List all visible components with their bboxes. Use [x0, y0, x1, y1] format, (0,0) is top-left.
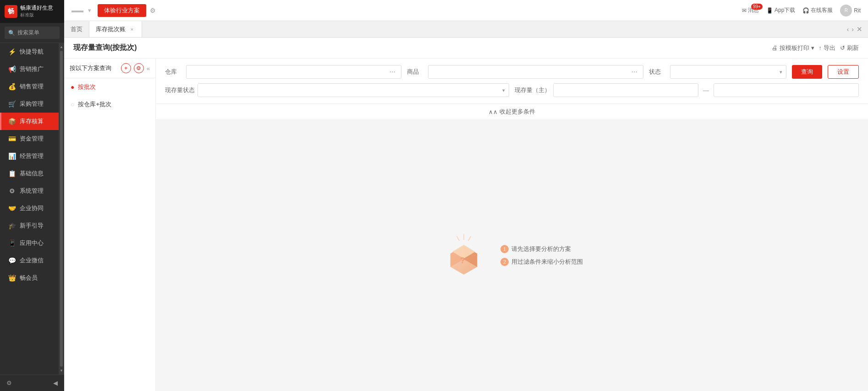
app-title: 畅康通好生意	[20, 5, 53, 12]
tab-home[interactable]: 首页	[64, 21, 89, 37]
sidebar-item-inventory[interactable]: 📦 库存核算	[0, 113, 59, 130]
collapse-up-icon: ∧∧	[489, 109, 498, 115]
refresh-btn[interactable]: ↺ 刷新	[840, 44, 859, 52]
sidebar-search-area[interactable]: 🔍 搜索菜单	[0, 23, 64, 43]
industry-solution-button[interactable]: 体验行业方案	[98, 4, 146, 17]
tab-next-btn[interactable]: ›	[852, 26, 854, 33]
user-menu[interactable]: R Rit	[840, 5, 861, 16]
guide-icon: 🎓	[8, 222, 16, 229]
sidebar-item-sales[interactable]: 💰 销售管理	[0, 78, 59, 95]
purchase-icon: 🛒	[8, 100, 16, 108]
warehouse-dots[interactable]: ···	[388, 68, 397, 76]
filter-item-warehouse-batch[interactable]: ○ 按仓库+批次	[64, 96, 155, 113]
app-download-label: App下载	[775, 6, 795, 14]
filter-add-btn[interactable]: +	[121, 63, 131, 73]
dropdown-icon[interactable]: ▾	[88, 7, 91, 14]
app-version: 标准版	[20, 12, 53, 18]
print-dropdown-icon[interactable]: ▾	[811, 44, 814, 51]
scroll-down-btn[interactable]: ▼	[59, 368, 64, 374]
goods-input[interactable]: ···	[428, 65, 643, 79]
tab-prev-btn[interactable]: ‹	[847, 26, 849, 33]
query-area: 仓库 ··· 商品 ··· 状态	[156, 59, 868, 391]
search-menu-label: 搜索菜单	[17, 29, 39, 37]
sidebar-item-basics[interactable]: 📋 基础信息	[0, 165, 59, 182]
filter-item-warehouse-batch-label: 按仓库+批次	[78, 100, 111, 109]
basics-icon: 📋	[8, 170, 16, 177]
close-icon[interactable]: ×	[129, 26, 135, 33]
tab-close-all-btn[interactable]: ✕	[857, 25, 863, 33]
warehouse-input[interactable]: ···	[186, 65, 401, 79]
tab-home-label: 首页	[71, 25, 82, 33]
sidebar-item-label: 基础信息	[20, 169, 44, 178]
enterprise-icon: 🤝	[8, 205, 16, 212]
filter-collapse-btn[interactable]: «	[147, 65, 150, 72]
add-icon: +	[124, 65, 127, 71]
footer-collapse-btn[interactable]: ◀	[53, 380, 58, 386]
export-btn[interactable]: ↑ 导出	[819, 44, 836, 52]
online-service-btn[interactable]: 🎧 在线客服	[802, 6, 833, 14]
query-button[interactable]: 查询	[792, 65, 822, 79]
print-btn[interactable]: 🖨 按模板打印 ▾	[772, 44, 814, 52]
collapse-left-icon: «	[147, 65, 150, 72]
settings-gear-btn[interactable]: ⚙	[150, 7, 156, 14]
sidebar-header: 畅 畅康通好生意 标准版	[0, 0, 64, 23]
sidebar-item-finance[interactable]: 💳 资金管理	[0, 130, 59, 147]
inventory-icon: 📦	[8, 118, 16, 125]
marketing-icon: 📢	[8, 65, 16, 73]
empty-tip-1: 1 请先选择要分析的方案	[500, 245, 583, 253]
tabs-bar: 首页 库存批次账 × ‹ › ✕	[64, 21, 868, 38]
sidebar-item-purchase[interactable]: 🛒 采购管理	[0, 95, 59, 113]
tip-2-num: 2	[500, 258, 509, 266]
tip-1-num: 1	[500, 245, 509, 253]
empty-illustration: ?	[441, 233, 487, 278]
stock-qty-from[interactable]	[553, 83, 698, 97]
sidebar-footer: ⚙ ◀	[0, 375, 64, 391]
app-info: 畅康通好生意 标准版	[20, 5, 53, 18]
sidebar-item-label: 资金管理	[20, 135, 44, 143]
app-download-btn[interactable]: 📱 App下载	[766, 6, 795, 14]
search-icon: 🔍	[8, 30, 15, 36]
sidebar-item-operation[interactable]: 📊 经营管理	[0, 147, 59, 165]
messages-btn[interactable]: ✉ 消息 99+	[742, 6, 759, 14]
sidebar-item-marketing[interactable]: 📢 营销推广	[0, 60, 59, 78]
print-icon: 🖨	[772, 44, 778, 51]
collapse-bar[interactable]: ∧∧ 收起更多条件	[156, 104, 868, 120]
tab-close-btn[interactable]: ×	[129, 26, 135, 33]
sidebar-item-label: 销售管理	[20, 82, 44, 91]
topbar-right: ✉ 消息 99+ 📱 App下载 🎧 在线客服 R Rit	[742, 5, 861, 16]
status-arrow-icon: ▾	[780, 69, 782, 75]
sidebar-item-apps[interactable]: 📱 应用中心	[0, 234, 59, 252]
settings-button[interactable]: 设置	[828, 65, 859, 79]
dash-divider: —	[701, 87, 711, 94]
filter-settings-btn[interactable]: ⚙	[134, 63, 144, 73]
service-label: 在线客服	[811, 6, 833, 14]
footer-settings-btn[interactable]: ⚙	[6, 380, 12, 386]
sidebar-item-system[interactable]: ⚙ 系统管理	[0, 182, 59, 200]
sidebar-item-quick[interactable]: ⚡ 快捷导航	[0, 43, 59, 60]
apps-icon: 📱	[8, 239, 16, 247]
search-menu-button[interactable]: 🔍 搜索菜单	[5, 27, 60, 39]
query-row-1: 仓库 ··· 商品 ··· 状态	[165, 65, 859, 79]
sidebar-item-guide[interactable]: 🎓 新手引导	[0, 217, 59, 234]
tab-batch[interactable]: 库存批次账 ×	[89, 21, 142, 37]
query-form: 仓库 ··· 商品 ··· 状态	[156, 59, 868, 104]
stock-status-select[interactable]: ▾	[198, 83, 509, 97]
sidebar-item-enterprise[interactable]: 🤝 企业协同	[0, 200, 59, 217]
topbar-left: ▬▬ ▾ 体验行业方案 ⚙	[71, 4, 737, 17]
settings-circle-icon: ⚙	[136, 65, 141, 71]
quick-icon: ⚡	[8, 48, 16, 55]
username-label: Rit	[854, 7, 861, 14]
status-select[interactable]: ▾	[670, 65, 786, 79]
warehouse-label: 仓库	[165, 68, 183, 76]
scroll-up-btn[interactable]: ▲	[59, 44, 64, 50]
sidebar-item-vip[interactable]: 👑 畅会员	[0, 269, 59, 287]
empty-tip-2: 2 用过滤条件来缩小分析范围	[500, 258, 583, 266]
stock-qty-to[interactable]	[714, 83, 859, 97]
breadcrumb: ▬▬ ▾	[71, 7, 94, 14]
filter-item-batch[interactable]: ● 按批次	[64, 78, 155, 96]
sales-icon: 💰	[8, 83, 16, 90]
sidebar-item-wechat[interactable]: 💬 企业微信	[0, 252, 59, 269]
filter-title: 按以下方案查询	[70, 64, 111, 72]
breadcrumb-text: ▬▬	[71, 7, 83, 14]
goods-dots[interactable]: ···	[630, 68, 639, 76]
